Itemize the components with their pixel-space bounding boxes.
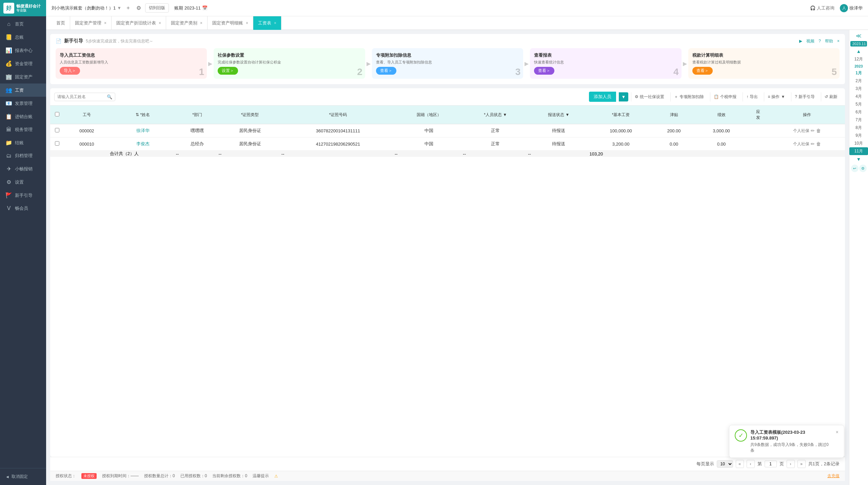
cal-icon-btn-2[interactable]: ⚙ [859,165,867,172]
employee-name-link[interactable]: 徐泽华 [136,128,150,133]
row-checkbox[interactable] [50,124,64,137]
sidebar-item-close[interactable]: 📁 结账 [0,136,46,149]
step-2-btn[interactable]: 设置＞ [218,67,238,75]
sidebar-item-tax[interactable]: 🏛 税务管理 [0,123,46,136]
step-4-btn[interactable]: 查看＞ [534,67,554,75]
step-5-btn[interactable]: 查看＞ [692,67,713,75]
cal-month-3[interactable]: 3月 [849,85,868,93]
user-menu[interactable]: 人 徐泽华 [840,4,863,12]
settings-btn[interactable]: ⚙ [135,3,142,13]
tab-assets[interactable]: 固定资产管理 × [70,16,112,30]
sidebar-item-sales[interactable]: 📋 进销台账 [0,110,46,123]
sidebar-item-invoice[interactable]: 📧 发票管理 [0,97,46,110]
refresh-btn[interactable]: ↺ 刷新 [821,92,841,101]
new-guide-btn[interactable]: ? 新手引导 [791,92,818,101]
last-page-btn[interactable]: » [797,460,806,468]
tab-close-icon[interactable]: × [159,21,161,25]
sidebar-item-guide[interactable]: 🚩 新手引导 [0,189,46,202]
delete-icon[interactable]: 🗑 [816,141,821,147]
search-input[interactable] [57,94,105,99]
cell-id-type: 居民身份证 [219,124,281,137]
sidebar-item-label: 固定资产 [15,74,33,80]
sidebar-item-payroll[interactable]: 👥 工资 [0,83,46,97]
social-insurance-action[interactable]: 个人社保 [793,141,809,147]
row-checkbox[interactable] [50,137,64,151]
sidebar-item-ledger[interactable]: 📒 总账 [0,31,46,44]
cal-icon-btn-1[interactable]: ↩ [851,165,859,172]
select-all-col[interactable] [50,106,64,124]
cal-down-btn[interactable]: ▼ [856,156,861,162]
cal-month-10[interactable]: 10月 [849,139,868,147]
sidebar-item-assets[interactable]: 🏢 固定资产 [0,70,46,83]
wizard-close-btn[interactable]: × [837,39,840,43]
account-selector[interactable]: 刘小艳演示账套（勿删勿动！）1 ▼ [52,5,121,11]
sidebar-item-expense[interactable]: ✈ 小畅报销 [0,162,46,175]
cal-month-12[interactable]: 12月 [849,55,868,63]
cal-month-5[interactable]: 5月 [849,100,868,108]
export-btn[interactable]: ↑ 导出 [743,92,761,101]
per-page-select[interactable]: 10 20 50 [717,460,733,468]
sidebar-item-member[interactable]: V 畅会员 [0,202,46,215]
cal-month-7[interactable]: 7月 [849,116,868,124]
sidebar-item-archive[interactable]: 🗂 归档管理 [0,149,46,162]
edit-icon[interactable]: ✏ [811,128,815,133]
tab-depreciation[interactable]: 固定资产折旧统计表 × [112,16,166,30]
sidebar-item-label: 税务管理 [15,127,33,133]
step-1-btn[interactable]: 导入＞ [60,67,80,75]
step-3-btn[interactable]: 查看＞ [376,67,396,75]
collapse-sidebar-btn[interactable]: ◄ 取消固定 [0,471,46,482]
tab-asset-detail[interactable]: 固定资产明细账 × [208,16,253,30]
first-page-btn[interactable]: « [736,460,744,468]
tab-home[interactable]: 首页 [52,16,70,30]
add-employee-btn[interactable]: 添加人员 [589,92,616,102]
remain-auth-label: 当前剩余授权数：0 [212,473,247,479]
video-link[interactable]: 视频 [806,38,814,44]
charge-link[interactable]: 去充值 [827,473,840,479]
tab-close-icon[interactable]: × [246,21,248,25]
calendar-side-btns: ↩ ⚙ [851,165,867,172]
add-account-btn[interactable]: ＋ [124,3,132,13]
edit-icon[interactable]: ✏ [811,141,815,147]
toast-close-btn[interactable]: × [836,429,839,435]
select-all-checkbox[interactable] [55,112,59,116]
next-page-btn[interactable]: › [787,460,795,468]
cal-month-2[interactable]: 2月 [849,77,868,85]
sidebar-item-home[interactable]: ⌂ 首页 [0,18,46,31]
sidebar-item-settings[interactable]: ⚙ 设置 [0,175,46,189]
switch-version-btn[interactable]: 切到旧版 [145,3,169,13]
cal-month-8[interactable]: 8月 [849,124,868,132]
service-btn[interactable]: 🎧 人工咨询 [810,5,834,11]
help-link[interactable]: 帮助 [825,38,833,44]
tab-asset-category[interactable]: 固定资产类别 × [166,16,208,30]
tab-close-icon[interactable]: × [200,21,202,25]
tab-close-icon[interactable]: × [274,21,276,25]
sidebar-item-funds[interactable]: 💰 资金管理 [0,57,46,70]
cell-name: 徐泽华 [110,124,176,137]
prev-page-btn[interactable]: ‹ [747,460,755,468]
cal-month-4[interactable]: 4月 [849,93,868,100]
more-actions-btn[interactable]: ≡ 操作 ▼ [764,92,788,101]
social-insurance-action[interactable]: 个人社保 [793,128,809,134]
cal-month-9[interactable]: 9月 [849,132,868,139]
cal-month-1[interactable]: 1月 [849,69,868,77]
tab-close-icon[interactable]: × [104,21,106,25]
tab-payroll[interactable]: 工资表 × [253,16,281,30]
filter-icon[interactable]: ▼ [503,112,507,117]
add-employee-dropdown-btn[interactable]: ▼ [619,92,629,101]
cal-month-11[interactable]: 11月 [849,147,868,155]
special-deduction-btn[interactable]: ＋ 专项附加扣除 [670,92,707,101]
tax-filing-btn[interactable]: 📋 个税申报 [710,92,740,101]
sidebar-item-reports[interactable]: 📊 报表中心 [0,44,46,57]
main-panel: 📄 新手引导 5步快速完成设置，快去完善信息吧～ ▶ 视频 ? 帮助 × [46,30,849,485]
step-1-num: 1 [199,67,204,77]
row-select-checkbox[interactable] [55,128,59,132]
filter-icon-2[interactable]: ▼ [566,112,570,117]
employee-name-link[interactable]: 李俊杰 [136,141,150,146]
row-select-checkbox[interactable] [55,141,59,146]
cal-up-btn[interactable]: ▲ [856,49,861,54]
page-number-input[interactable] [765,461,777,467]
delete-icon[interactable]: 🗑 [816,128,821,133]
calendar-collapse-btn[interactable]: ≪ [849,31,868,40]
cal-month-6[interactable]: 6月 [849,108,868,116]
social-insurance-btn[interactable]: ⚙ 统一社保设置 [631,92,668,101]
